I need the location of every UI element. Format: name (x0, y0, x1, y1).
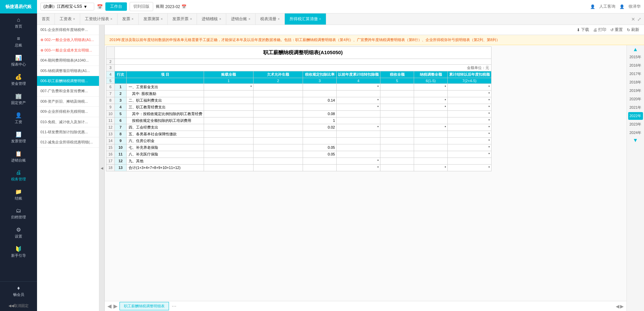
scroll-left-icon[interactable]: ◀ (616, 304, 619, 309)
tab-tax-book[interactable]: 税表清册 × (256, 13, 285, 25)
tab-sales-check[interactable]: 进销稽核 × (197, 13, 226, 25)
year-btn-2021[interactable]: 2021年 (628, 104, 643, 111)
year-btn-2019[interactable]: 2019年 (628, 87, 643, 95)
reset-icon: ↺ (610, 28, 614, 32)
tab-payroll[interactable]: 工资表 × (55, 13, 80, 25)
service-label[interactable]: 人工客询 (599, 4, 615, 9)
app-logo: 畅捷通易代账 (0, 0, 37, 13)
left-panel-item-006[interactable]: 006-职工薪酬纳税调整明细... (37, 76, 99, 86)
table-row: 17 12 九、其他 * (106, 158, 492, 164)
sidebar-collapse-btn[interactable]: ◀◀ 取消固定 (0, 301, 37, 311)
tab-payroll-stats[interactable]: 工资统计报表 × (80, 13, 117, 25)
print-button[interactable]: 🖨 打印 (593, 27, 606, 33)
old-version-button[interactable]: 切到旧版 (130, 2, 153, 11)
left-panel-item-003[interactable]: 003-一般企业成本支出明细... (37, 45, 99, 56)
reset-button[interactable]: ↺ 重置 (610, 27, 623, 33)
sidebar-invoice-label: 发票管理 (11, 139, 26, 144)
left-panel-item-004[interactable]: 004-期间费用明细表(A1040... (37, 56, 99, 66)
left-panel-item-012[interactable]: 012-减免企业所得税优惠明细(... (37, 137, 99, 147)
left-panel-item-007[interactable]: 007-广告费和业务宣传费摊... (37, 86, 99, 96)
sidebar-item-sales[interactable]: 📋 进销台账 (0, 147, 37, 166)
guide-icon: 🔰 (15, 246, 22, 252)
tab-invoice-open[interactable]: 发票开票 × (168, 13, 197, 25)
left-panel-item-009[interactable]: 009-企业所得税补充残明细... (37, 107, 99, 117)
left-panel-item-005[interactable]: 005-纳税调整项目明细表(A1... (37, 66, 99, 76)
year-btn-2022[interactable]: 2022年 (628, 112, 643, 120)
close-tab-payroll[interactable]: × (73, 17, 75, 21)
table-row: 9 4 三、职工教育经费支出 * * * (106, 104, 492, 110)
close-tab-payroll-stats[interactable]: × (110, 17, 112, 21)
bottom-tab-main[interactable]: 职工薪酬纳税调整明细表 (120, 302, 169, 310)
left-panel-item-008[interactable]: 008-资产折旧、摊销及纳税... (37, 97, 99, 107)
tab-invoice[interactable]: 发票 × (117, 13, 139, 25)
table-row: 18 13 合计(1+3+4+7+8+9+10+11+12) * * (106, 164, 492, 171)
sidebar-item-invoice[interactable]: 🧾 发票管理 (0, 128, 37, 147)
sidebar-item-tax[interactable]: 🖨 税务管理 (0, 166, 37, 185)
sidebar-tax-label: 税务管理 (11, 177, 26, 182)
download-button[interactable]: ⬇ 下载 (577, 27, 589, 33)
sidebar-item-guide[interactable]: 🔰 新手引导 (0, 242, 37, 262)
close-tab-sales-check[interactable]: × (219, 17, 221, 21)
table-row: 6 1 一、工资薪金支出 * * * (106, 83, 492, 90)
sidebar-item-vip[interactable]: ♦ 畅会员 (0, 282, 37, 301)
sidebar-asset-mgmt-label: 资金管理 (11, 81, 26, 86)
topbar-right: 👤 人工客询 👤 徐泽华 (590, 4, 641, 9)
sidebar-close-label: 结账 (15, 196, 22, 201)
right-panel: ⬇ 下载 🖨 打印 ↺ 重置 ↻ 刷新 2019年度涉及取以前年度结转数 (105, 25, 644, 311)
company-selector[interactable]: (勿删）江西程宝-LSS ▼ (40, 3, 94, 10)
year-btn-2017[interactable]: 2017年 (628, 70, 643, 78)
close-tab-tax-book[interactable]: × (278, 17, 280, 21)
close-tab-sales-ledger[interactable]: × (248, 17, 250, 21)
sheet-area[interactable]: 职工薪酬纳税调整明细表(A105050) 2 3 金额单位：元 (105, 45, 626, 301)
close-tab-invoice[interactable]: × (132, 17, 134, 21)
sidebar-item-payroll[interactable]: 👤 工资 (0, 109, 37, 128)
year-btn-2023[interactable]: 2023年 (628, 120, 643, 128)
left-panel-item-010[interactable]: 010-免税、减计收入及加计... (37, 117, 99, 127)
scroll-right-icon[interactable]: ▶ (620, 304, 624, 309)
left-panel-item-002[interactable]: 002-一般企业收入明细表(A1... (37, 35, 99, 45)
year-nav-up[interactable]: ▲ (633, 46, 638, 53)
refresh-button[interactable]: ↻ 刷新 (627, 27, 639, 33)
workspace-button[interactable]: 工作台 (105, 2, 127, 11)
year-btn-2018[interactable]: 2018年 (628, 78, 643, 86)
tab-income-tax[interactable]: 所得税汇算清缴 × (285, 13, 326, 25)
sidebar-item-home[interactable]: ⌂ 首页 (0, 13, 37, 32)
sidebar-item-ledger[interactable]: ≡ 总账 (0, 32, 37, 51)
tab-home[interactable]: 首页 (37, 13, 55, 25)
year-nav-down[interactable]: ▼ (633, 137, 638, 143)
year-btn-2020[interactable]: 2020年 (628, 95, 643, 103)
bottom-more-btn[interactable]: ⋯ (172, 304, 176, 309)
year-btn-2024[interactable]: 2024年 (628, 129, 643, 137)
left-panel-item-011[interactable]: 011-研发费用加计扣除优惠... (37, 127, 99, 137)
sidebar-item-archive[interactable]: 🗂 归档管理 (0, 204, 37, 223)
panel-collapse-btn[interactable]: ◀ (99, 25, 105, 311)
left-panel-item-001[interactable]: 001-企业所得税年度纳税申... (37, 25, 99, 35)
period-info: 账期 2023-02 📅 (156, 4, 187, 9)
vip-icon: ♦ (17, 285, 20, 291)
maximize-icon[interactable]: ⤢ (637, 16, 641, 22)
sidebar-item-settings[interactable]: ⚙ 设置 (0, 223, 37, 242)
year-btn-2015[interactable]: 2015年 (628, 53, 643, 61)
year-btn-2016[interactable]: 2016年 (628, 62, 643, 69)
collapse-arrow-icon: ◀ (101, 166, 103, 170)
bottom-nav-right[interactable]: ▶ (113, 303, 117, 309)
close-tab-invoice-open[interactable]: × (190, 17, 192, 21)
toolbar: ⬇ 下载 🖨 打印 ↺ 重置 ↻ 刷新 (105, 25, 644, 35)
left-panel: 001-企业所得税年度纳税申... 002-一般企业收入明细表(A1... 00… (37, 25, 99, 311)
sidebar-item-report[interactable]: 📊 报表中心 (0, 51, 37, 70)
bottom-nav-left[interactable]: ◀ (107, 303, 111, 309)
sidebar-vip-label: 畅会员 (13, 292, 24, 297)
report-icon: 📊 (15, 55, 22, 61)
table-row: 11 6 按税收规定全额扣除的职工培训费用 1 * (106, 117, 492, 124)
tab-invoice-calc[interactable]: 发票测算 × (139, 13, 168, 25)
tab-sales-ledger[interactable]: 进销台账 × (226, 13, 256, 25)
close-tab-income-tax[interactable]: × (319, 17, 321, 21)
close-all-icon[interactable]: ✕ (631, 16, 635, 22)
sidebar-item-fixed-asset[interactable]: 🏢 固定资产 (0, 90, 37, 109)
sidebar-item-close[interactable]: 📁 结账 (0, 185, 37, 204)
close-tab-invoice-calc[interactable]: × (161, 17, 163, 21)
bottom-scroll: ◀ ▶ (616, 304, 624, 309)
tax-table: 职工薪酬纳税调整明细表(A105050) 2 3 金额单位：元 (106, 46, 492, 171)
sidebar-item-asset-mgmt[interactable]: 💰 资金管理 (0, 70, 37, 90)
table-subheader-row: 5 1 2 3 4 5 6(1-5) 7(2+4-5) (106, 78, 492, 83)
